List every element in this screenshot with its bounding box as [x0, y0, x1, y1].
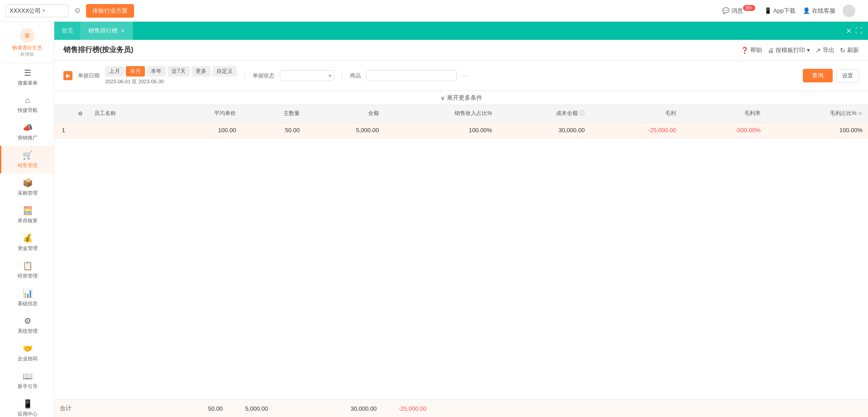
- help-button[interactable]: ❓ 帮助: [741, 46, 762, 54]
- sidebar-item-label: 快捷导航: [18, 107, 38, 114]
- filter-dots[interactable]: ···: [462, 72, 467, 79]
- marketing-icon: 📣: [23, 123, 33, 133]
- cell-cost-amount: 30,000.00: [498, 122, 590, 139]
- sidebar-item-label: 经营管理: [18, 273, 38, 279]
- sidebar-item-marketing[interactable]: 📣 营销推广: [0, 118, 54, 146]
- message-button[interactable]: 💬 消息 99+: [722, 7, 757, 15]
- sidebar-item-finance[interactable]: 💰 资金管理: [0, 229, 54, 256]
- print-label: 按模板打印: [776, 46, 805, 54]
- print-chevron-icon: ▾: [807, 47, 810, 53]
- sidebar-item-label: 销售管理: [18, 162, 38, 169]
- enterprise-icon: 🤝: [23, 344, 33, 354]
- sidebar-item-search[interactable]: ☰ 搜索菜单: [0, 63, 54, 91]
- date-last-month-btn[interactable]: 上月: [105, 66, 124, 77]
- sidebar-item-app-center[interactable]: 📱 应用中心: [0, 394, 54, 417]
- date-this-year-btn[interactable]: 本年: [147, 66, 166, 77]
- cell-qty: 50.00: [241, 122, 305, 139]
- sidebar-item-label: 营销推广: [18, 134, 38, 141]
- date-more-btn[interactable]: 更多: [192, 66, 211, 77]
- sidebar-item-label: 资金管理: [18, 245, 38, 252]
- cell-gross-rate: -500.00%: [681, 122, 766, 139]
- expand-more-bar: ∨ 展开更多条件: [54, 91, 868, 105]
- trial-button[interactable]: 体验行业方案: [86, 4, 134, 18]
- app-download-button[interactable]: 📱 App下载: [764, 7, 796, 15]
- help-label: 帮助: [750, 46, 762, 54]
- sidebar-item-enterprise[interactable]: 🤝 企业协同: [0, 339, 54, 367]
- sidebar-logo: 康 畅康通好生意 标准版: [0, 22, 54, 63]
- footer-cost-amount: 30,000.00: [322, 405, 377, 412]
- col-header-settings[interactable]: ⚙: [72, 105, 89, 122]
- sidebar-item-guide[interactable]: 📖 新手引导: [0, 367, 54, 394]
- table-area: ⚙ 员工名称 平均单价 主数量 全额 销售收入占比% 成本全额 ⓘ 毛利 毛利率…: [54, 105, 868, 399]
- date-label: 单据日期: [78, 72, 100, 80]
- header-actions: ❓ 帮助 🖨 按模板打印 ▾ ↗ 导出 ↻ 刷新: [741, 46, 859, 54]
- goods-label: 商品: [350, 72, 361, 80]
- top-right-actions: 💬 消息 99+ 📱 App下载 👤 在线客服: [722, 5, 863, 17]
- tab-close-window-icon[interactable]: ✕: [846, 27, 852, 35]
- footer-total-label: 合计: [60, 404, 96, 412]
- cell-amount: 5,000.00: [305, 122, 384, 139]
- print-icon: 🖨: [767, 47, 774, 54]
- sidebar-item-label: 系统管理: [18, 328, 38, 335]
- sidebar-item-label: 基础信息: [18, 300, 38, 307]
- export-icon: ↗: [815, 47, 821, 54]
- cost-info-icon[interactable]: ⓘ: [579, 110, 585, 116]
- tab-home[interactable]: 首页: [54, 22, 81, 40]
- message-label: 消息: [731, 7, 743, 15]
- main-layout: 康 畅康通好生意 标准版 ☰ 搜索菜单 ⌂ 快捷导航 📣 营销推广 🛒 销售管理…: [0, 22, 868, 417]
- sidebar-item-operations[interactable]: 📋 经营管理: [0, 256, 54, 284]
- filter-settings-button[interactable]: 设置: [836, 69, 859, 82]
- filter-arrow-button[interactable]: ▶: [63, 71, 72, 80]
- sidebar-item-label: 采购管理: [18, 190, 38, 197]
- col-header-sales-pct: 销售收入占比%: [384, 105, 498, 122]
- sidebar-item-label: 新手引导: [18, 383, 38, 390]
- status-select-wrap: [280, 70, 334, 81]
- col-header-gross-profit: 毛利: [590, 105, 681, 122]
- export-button[interactable]: ↗ 导出: [815, 46, 834, 54]
- tab-home-label: 首页: [62, 27, 73, 35]
- cell-name: [89, 122, 165, 139]
- sidebar-item-purchase[interactable]: 📦 采购管理: [0, 173, 54, 201]
- cell-sales-pct: 100.00%: [384, 122, 498, 139]
- col-header-gross-rate: 毛利率: [681, 105, 766, 122]
- sidebar-item-label: 搜索菜单: [18, 80, 38, 86]
- tab-sales-rank[interactable]: 销售排行榜 ✕: [81, 22, 133, 40]
- sidebar-item-inventory[interactable]: 🧮 库存核算: [0, 201, 54, 229]
- message-icon: 💬: [722, 7, 729, 14]
- expand-more-button[interactable]: ∨ 展开更多条件: [54, 91, 868, 105]
- home-icon: ⌂: [25, 96, 30, 105]
- gross-pct-info-icon[interactable]: ⊕: [858, 110, 863, 116]
- table-footer: 合计 50.00 5,000.00 30,000.00 -25,000.00: [54, 399, 868, 417]
- guide-icon: 📖: [23, 371, 33, 381]
- online-service-button[interactable]: 👤 在线客服: [803, 7, 835, 15]
- print-button[interactable]: 🖨 按模板打印 ▾: [767, 46, 810, 54]
- tab-maximize-icon[interactable]: ⛶: [855, 27, 863, 35]
- date-range-text: 2023-06-01 至 2023-06-30: [105, 78, 237, 85]
- search-icon: ☰: [24, 68, 31, 78]
- app-center-icon: 📱: [23, 399, 33, 409]
- refresh-button[interactable]: ↻ 刷新: [840, 46, 859, 54]
- settings-icon[interactable]: ⚙: [72, 5, 82, 17]
- avatar[interactable]: [843, 5, 855, 17]
- refresh-icon: ↻: [840, 47, 845, 54]
- filter-actions: 查询 设置: [803, 69, 859, 82]
- sidebar-item-system[interactable]: ⚙ 系统管理: [0, 312, 54, 339]
- data-table: ⚙ 员工名称 平均单价 主数量 全额 销售收入占比% 成本全额 ⓘ 毛利 毛利率…: [54, 105, 868, 139]
- sidebar-item-quick-nav[interactable]: ⌂ 快捷导航: [0, 91, 54, 118]
- logo-icon: 康: [19, 27, 35, 43]
- company-selector[interactable]: XXXXX公司 ▾: [5, 5, 69, 17]
- system-icon: ⚙: [24, 316, 31, 326]
- export-label: 导出: [823, 46, 834, 54]
- query-button[interactable]: 查询: [803, 69, 833, 82]
- date-7days-btn[interactable]: 近7天: [168, 66, 190, 77]
- sidebar-item-sales[interactable]: 🛒 销售管理: [0, 146, 54, 173]
- page-header: 销售排行榜(按业务员) ❓ 帮助 🖨 按模板打印 ▾ ↗ 导出: [54, 40, 868, 61]
- status-select[interactable]: [280, 70, 334, 81]
- goods-input[interactable]: [366, 70, 457, 81]
- sidebar-item-base-info[interactable]: 📊 基础信息: [0, 284, 54, 312]
- cell-gross-profit: -25,000.00: [590, 122, 681, 139]
- purchase-icon: 📦: [23, 178, 33, 188]
- tab-close-icon[interactable]: ✕: [120, 28, 125, 34]
- date-custom-btn[interactable]: 自定义: [212, 66, 237, 77]
- date-this-month-btn[interactable]: 本月: [126, 66, 145, 77]
